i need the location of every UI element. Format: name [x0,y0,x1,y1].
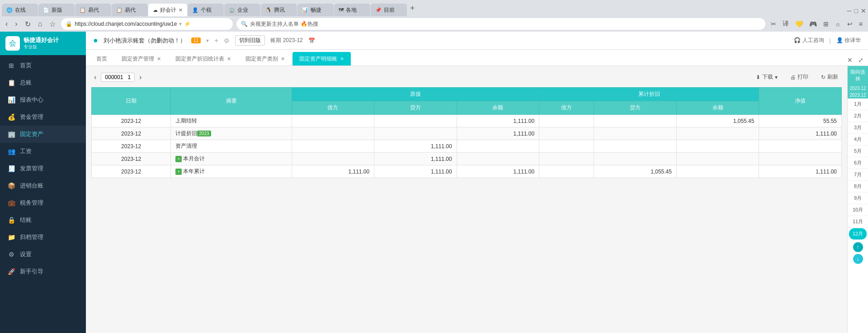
app-edition: 专业版 [24,44,59,50]
sidebar-item-funds[interactable]: 💰资金管理 [0,108,86,126]
menu-icon[interactable]: ≡ [857,19,864,28]
reload-button[interactable]: ↻ [23,19,33,29]
translate-icon[interactable]: 译 [781,19,791,29]
sidebar-item-purchase-sales[interactable]: 📦进销台账 [0,177,86,194]
tab-collapse-button[interactable]: ✕ [846,56,854,65]
scroll-up-button[interactable]: ↑ [853,242,863,252]
search-text: 央视更新主持人名单 🔥热搜 [250,20,318,28]
sidebar-item-settings[interactable]: ⚙设置 [0,246,86,263]
period-month-8[interactable]: 8月 [848,181,868,192]
page-tab-fixed-asset-category[interactable]: 固定资产类别✕ [239,52,292,66]
undo-icon[interactable]: ↩ [845,19,854,28]
account-settings-button[interactable]: ⚙ [224,37,230,44]
sidebar-item-payroll[interactable]: 👥工资 [0,143,86,160]
bookmark-button[interactable]: ☆ [47,19,57,29]
sidebar-item-invoice[interactable]: 🧾发票管理 [0,160,86,177]
settings-icon: ⚙ [7,251,15,258]
help-button[interactable]: 🎧 人工咨询 [794,37,824,44]
maximize-button[interactable]: □ [854,7,858,14]
browser-tab-t1[interactable]: 🌐在线 [2,4,38,16]
sidebar-item-reports[interactable]: 📊报表中心 [0,91,86,108]
download-button[interactable]: ⬇ 下载 ▾ [752,71,781,83]
print-button[interactable]: 🖨 打印 [787,71,812,83]
home-nav-button[interactable]: ⌂ [36,19,44,29]
period-month-9[interactable]: 9月 [848,192,868,204]
scissors-icon[interactable]: ✂ [769,19,778,28]
sidebar-item-archive[interactable]: 📁归档管理 [0,229,86,246]
sidebar-item-guide[interactable]: 🚀新手引导 [0,263,86,280]
sidebar-item-tax[interactable]: 💼税务管理 [0,194,86,211]
next-page-button[interactable]: › [137,72,144,82]
page-tab-fixed-asset-depreciation[interactable]: 固定资产折旧统计表✕ [169,52,238,66]
print-icon: 🖨 [790,74,796,80]
sidebar-item-general-ledger[interactable]: 📋总账 [0,74,86,91]
sidebar-item-fixed-assets[interactable]: 🏢固定资产 [0,126,86,143]
browser-tab-t8[interactable]: 🐧腾讯 [261,4,297,16]
page-tab-home[interactable]: 首页 [90,52,114,66]
browser-search[interactable]: 🔍 央视更新主持人名单 🔥热搜 [236,18,765,30]
user-profile-button[interactable]: 👤 徐译华 [836,37,861,44]
close-tab-fixed-asset-depreciation[interactable]: ✕ [227,56,231,62]
purchase-sales-icon: 📦 [7,182,15,189]
forward-button[interactable]: › [13,19,19,29]
sidebar-label-tax: 税务管理 [20,199,43,207]
browser-tab-t4[interactable]: 📋易代 [112,4,148,16]
close-button[interactable]: ✕ [861,7,866,14]
minimize-button[interactable]: ─ [847,7,852,14]
cell-net-value: 1,111.00 [759,127,842,140]
period-month-10[interactable]: 10月 [848,204,868,216]
sidebar-item-home[interactable]: ⊞首页 [0,57,86,74]
browser-tab-t11[interactable]: 📌目前 [371,4,407,16]
add-account-button[interactable]: + [214,37,218,45]
browser-tab-t5[interactable]: ☁好会计✕ [148,4,187,16]
scroll-down-button[interactable]: ↓ [853,254,863,264]
close-tab-fixed-asset-category[interactable]: ✕ [281,56,285,62]
new-tab-button[interactable]: + [407,4,418,13]
period-month-2[interactable]: 2月 [848,110,868,122]
period-month-7[interactable]: 7月 [848,169,868,181]
tab-controls: ✕ ⤢ [846,56,864,66]
grid-icon[interactable]: ⊞ [821,19,830,28]
refresh-button[interactable]: ↻ 刷新 [817,71,842,83]
period-month-3[interactable]: 3月 [848,122,868,134]
period-label: 账期 账期 2023-122023-12 [270,37,302,44]
period-month-5[interactable]: 5月 [848,145,868,157]
period-month-4[interactable]: 4月 [848,134,868,145]
browser-tab-t6[interactable]: 👤个税 [188,4,224,16]
browser-tab-t3[interactable]: 📋易代 [75,4,111,16]
sidebar-item-closing[interactable]: 🔒结账 [0,211,86,229]
switch-version-button[interactable]: 切到旧版 [235,35,265,46]
page-tab-fixed-asset-ledger[interactable]: 固定资产明细账✕ [292,52,351,66]
cell-acc-credit [594,140,676,153]
sidebar-label-settings: 设置 [20,250,32,258]
period-month-11[interactable]: 11月 [848,216,868,228]
period-month-12[interactable]: 12月 [849,228,867,240]
prev-page-button[interactable]: ‹ [91,72,99,82]
period-edit-icon[interactable]: 📅 [308,38,315,44]
wallet-icon[interactable]: 💛 [793,19,805,28]
period-month-1[interactable]: 1月 [848,98,868,110]
sidebar-label-reports: 报表中心 [20,96,43,104]
browser-tab-t2[interactable]: 📄新版 [38,4,75,16]
url-bar[interactable]: 🔒 https://cloud.chanjet.com/accounting/u… [61,18,233,30]
game-icon[interactable]: 🎮 [807,19,819,28]
brightness-icon[interactable]: ☼ [833,19,843,28]
close-tab-fixed-asset-ledger[interactable]: ✕ [340,56,344,62]
cell-summary: 上期结转 [171,115,292,127]
sidebar-label-funds: 资金管理 [20,113,43,121]
browser-tab-t7[interactable]: 🏢企业 [224,4,260,16]
account-dropdown[interactable]: ▾ [206,38,209,44]
browser-tab-t10[interactable]: 🗺各地 [334,4,370,16]
cell-orig-balance: 1,111.00 [457,115,539,127]
page-tab-fixed-asset-mgmt[interactable]: 固定资产管理✕ [115,52,168,66]
back-button[interactable]: ‹ [4,19,9,29]
period-month-6[interactable]: 6月 [848,157,868,169]
period-panel-header: 期间选择 [848,66,868,85]
browser-tab-t9[interactable]: 📊畅捷 [297,4,334,16]
cell-orig-credit: 1,111.00 [374,153,457,165]
cell-date: 2023-12 [92,140,171,153]
close-tab-fixed-asset-mgmt[interactable]: ✕ [157,56,161,62]
cell-summary: +本年累计 [171,165,292,178]
tab-expand-button[interactable]: ⤢ [857,56,864,65]
page-tabs: 首页固定资产管理✕固定资产折旧统计表✕固定资产类别✕固定资产明细账✕ ✕ ⤢ [86,50,868,66]
